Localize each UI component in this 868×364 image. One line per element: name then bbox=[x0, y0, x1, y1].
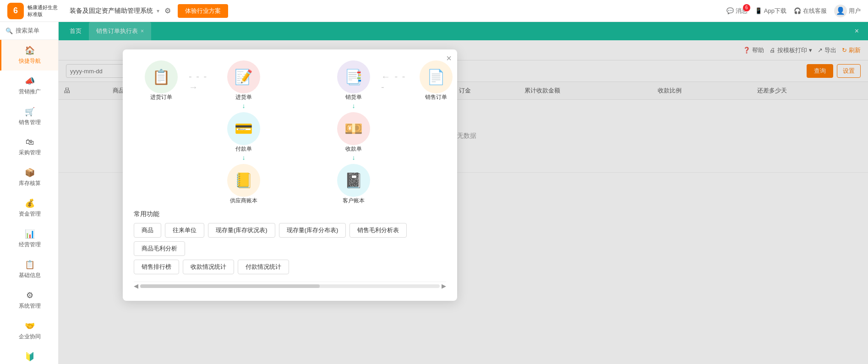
logo-text: 畅康通好生意 标准版 bbox=[27, 4, 58, 17]
system-name: 装备及固定资产辅助管理系统 bbox=[70, 7, 153, 15]
purchase-icon: 🛍 bbox=[26, 137, 34, 147]
func-btn-8[interactable]: 付款情况统计 bbox=[238, 260, 289, 274]
download-icon: 📱 bbox=[755, 7, 762, 14]
message-button[interactable]: 💬 消息 6 bbox=[726, 7, 748, 15]
scroll-track[interactable] bbox=[140, 284, 440, 288]
func-btn-2[interactable]: 现存量(库存状况表) bbox=[208, 223, 275, 238]
flow-label-payment: 付款单 bbox=[235, 145, 252, 153]
search-icon: 🔍 bbox=[5, 27, 13, 34]
flow-node-payment[interactable]: 💳 bbox=[227, 112, 260, 145]
func-btn-6[interactable]: 销售排行榜 bbox=[134, 260, 179, 274]
flow-node-sales-bill[interactable]: 📑 bbox=[337, 60, 370, 93]
flow-diagram-row1: 📋 进货订单 - - - → 📝 进货单 bbox=[134, 60, 446, 101]
flow-label-supplier-ledger: 供应商账本 bbox=[230, 197, 257, 205]
inventory-icon: 📦 bbox=[25, 168, 35, 178]
customer-ledger-icon: 📓 bbox=[344, 172, 363, 189]
flow-cell-sales-order: 📄 销售订单 bbox=[409, 60, 464, 101]
sales-bill-icon: 📑 bbox=[344, 68, 363, 86]
scroll-thumb bbox=[140, 284, 320, 288]
func-btn-4[interactable]: 销售毛利分析表 bbox=[349, 223, 407, 238]
system-title: 装备及固定资产辅助管理系统 ▾ bbox=[70, 7, 159, 15]
payment-icon: 💳 bbox=[235, 120, 253, 137]
flow-label-sales-order: 销售订单 bbox=[425, 93, 447, 101]
logo-area: 6 畅康通好生意 标准版 bbox=[7, 3, 66, 19]
sidebar-item-guide[interactable]: 🔰 新手引导 bbox=[0, 346, 58, 364]
purchase-bill-icon: 📝 bbox=[235, 68, 253, 86]
receipt-icon: 💴 bbox=[344, 120, 363, 137]
modal-close-button[interactable]: × bbox=[446, 53, 452, 64]
home-icon: 🏠 bbox=[25, 45, 35, 55]
sidebar-item-system[interactable]: ⚙ 系统管理 bbox=[0, 285, 58, 315]
operation-icon: 📊 bbox=[25, 229, 35, 239]
sidebar-item-finance[interactable]: 💰 资金管理 bbox=[0, 193, 58, 223]
sidebar: 🔍 搜索菜单 🏠 快捷导航 📣 营销推广 🛒 销售管理 🛍 采购管理 📦 bbox=[0, 22, 59, 364]
user-menu[interactable]: 👤 用户 bbox=[834, 5, 861, 17]
sidebar-item-inventory[interactable]: 📦 库存核算 bbox=[0, 162, 58, 193]
flow-modal: × 📋 进货订单 - - - → bbox=[123, 49, 457, 301]
avatar: 👤 bbox=[834, 5, 847, 17]
flow-cell-receipt: 💴 收款单 bbox=[326, 112, 381, 153]
flow-node-sales-order[interactable]: 📄 bbox=[420, 60, 453, 93]
main-area: 🔍 搜索菜单 🏠 快捷导航 📣 营销推广 🛒 销售管理 🛍 采购管理 📦 bbox=[0, 22, 868, 364]
marketing-icon: 📣 bbox=[25, 76, 35, 86]
supplier-ledger-icon: 📒 bbox=[235, 172, 253, 189]
flow-cell-customer-ledger: 📓 客户账本 bbox=[326, 164, 381, 205]
scroll-left-button[interactable]: ◀ bbox=[134, 283, 138, 289]
func-btn-0[interactable]: 商品 bbox=[134, 223, 161, 238]
sidebar-item-basic-info[interactable]: 📋 基础信息 bbox=[0, 254, 58, 285]
app-container: 6 畅康通好生意 标准版 装备及固定资产辅助管理系统 ▾ ⚙ 体验行业方案 💬 … bbox=[0, 0, 868, 364]
flow-node-purchase-bill[interactable]: 📝 bbox=[227, 60, 260, 93]
func-btn-7[interactable]: 收款情况统计 bbox=[183, 260, 234, 274]
flow-label-sales-bill: 销货单 bbox=[345, 93, 362, 101]
common-functions-buttons: 商品 往来单位 现存量(库存状况表) 现存量(库存分布表) 销售毛利分析表 商品… bbox=[134, 223, 446, 256]
dropdown-icon[interactable]: ▾ bbox=[157, 8, 159, 14]
flow-node-receipt[interactable]: 💴 bbox=[337, 112, 370, 145]
flow-node-customer-ledger[interactable]: 📓 bbox=[337, 164, 370, 197]
online-service-button[interactable]: 🎧 在线客服 bbox=[794, 7, 827, 15]
experience-button[interactable]: 体验行业方案 bbox=[178, 4, 228, 18]
common-functions-title: 常用功能 bbox=[134, 210, 446, 218]
flow-node-supplier-ledger[interactable]: 📒 bbox=[227, 164, 260, 197]
func-btn-3[interactable]: 现存量(库存分布表) bbox=[279, 223, 346, 238]
sidebar-item-quick-nav[interactable]: 🏠 快捷导航 bbox=[0, 40, 58, 71]
guide-icon: 🔰 bbox=[25, 352, 35, 362]
flow-cell-purchase-order: 📋 进货订单 bbox=[134, 60, 189, 101]
message-icon: 💬 bbox=[726, 7, 734, 14]
sidebar-item-enterprise[interactable]: 🤝 企业协同 bbox=[0, 315, 58, 346]
common-functions-buttons-row2: 销售排行榜 收款情况统计 付款情况统计 bbox=[134, 260, 446, 274]
system-icon: ⚙ bbox=[26, 290, 33, 300]
sales-icon: 🛒 bbox=[25, 107, 35, 117]
flow-label-receipt: 收款单 bbox=[345, 145, 362, 153]
flow-diagram-row3: 📒 供应商账本 📓 客户账本 bbox=[134, 164, 446, 205]
content-area: 首页 销售订单执行表 × × ❓ 帮助 🖨 按模板打印 ▾ bbox=[59, 22, 868, 364]
sidebar-item-sales[interactable]: 🛒 销售管理 bbox=[0, 101, 58, 132]
flow-arrow-down-customer: ↓ bbox=[326, 154, 381, 161]
purchase-order-icon: 📋 bbox=[152, 68, 170, 86]
flow-arrow-sales-order-to-bill: ← - - - bbox=[381, 60, 409, 92]
flow-cell-purchase-bill: 📝 进货单 bbox=[216, 60, 271, 101]
func-btn-1[interactable]: 往来单位 bbox=[165, 223, 204, 238]
modal-scrollbar: ◀ ▶ bbox=[134, 282, 446, 290]
gear-button[interactable]: ⚙ bbox=[161, 5, 174, 17]
flow-cell-supplier-ledger: 📒 供应商账本 bbox=[216, 164, 271, 205]
enterprise-icon: 🤝 bbox=[25, 321, 35, 331]
flow-node-purchase-order[interactable]: 📋 bbox=[145, 60, 178, 93]
flow-label-customer-ledger: 客户账本 bbox=[343, 197, 365, 205]
search-menu-item[interactable]: 🔍 搜索菜单 bbox=[0, 22, 58, 40]
top-bar: 6 畅康通好生意 标准版 装备及固定资产辅助管理系统 ▾ ⚙ 体验行业方案 💬 … bbox=[0, 0, 868, 22]
flow-cell-payment: 💳 付款单 bbox=[216, 112, 271, 153]
top-right-area: 💬 消息 6 📱 App下载 🎧 在线客服 👤 用户 bbox=[726, 5, 861, 17]
sidebar-item-purchase[interactable]: 🛍 采购管理 bbox=[0, 132, 58, 162]
flow-arrow-down-supplier: ↓ bbox=[216, 154, 271, 161]
flow-arrow-down-receipt: ↓ bbox=[326, 102, 381, 109]
flow-arrow-purchase-to-bill: - - - → bbox=[189, 60, 216, 92]
flow-label-purchase-order: 进货订单 bbox=[150, 93, 172, 101]
sidebar-item-operation[interactable]: 📊 经营管理 bbox=[0, 223, 58, 254]
flow-arrows-row: ↓ ↓ bbox=[134, 101, 446, 110]
finance-icon: 💰 bbox=[25, 198, 35, 208]
sales-order-icon: 📄 bbox=[427, 68, 445, 86]
func-btn-5[interactable]: 商品毛利分析 bbox=[134, 241, 185, 256]
sidebar-item-marketing[interactable]: 📣 营销推广 bbox=[0, 71, 58, 101]
app-download-button[interactable]: 📱 App下载 bbox=[755, 7, 786, 15]
scroll-right-button[interactable]: ▶ bbox=[442, 283, 446, 289]
